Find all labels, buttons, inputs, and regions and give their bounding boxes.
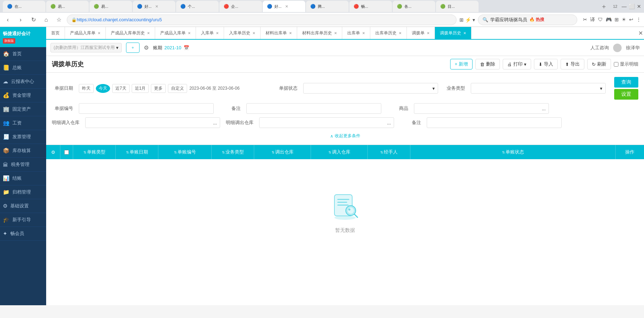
detail-out-input[interactable]: ...: [259, 117, 394, 128]
sidebar-item-tax[interactable]: 🏛 税务管理: [0, 158, 46, 172]
minimize-button[interactable]: —: [622, 4, 627, 9]
cut-icon[interactable]: ✂: [583, 17, 587, 23]
date-1month-btn[interactable]: 近1月: [132, 84, 149, 93]
support-label[interactable]: 人工咨询: [590, 45, 609, 51]
status-filter-select[interactable]: ▾: [303, 83, 438, 94]
table-header-type[interactable]: ⇅ 单账类型: [73, 145, 116, 159]
display-toggle-checkbox[interactable]: [614, 62, 618, 67]
detail-out-dots-icon[interactable]: ...: [387, 120, 391, 125]
dropdown-icon[interactable]: ▾: [473, 17, 475, 23]
app-tab-10[interactable]: 调拨单 ✕: [407, 27, 435, 39]
app-tab-close-2[interactable]: ✕: [147, 31, 150, 35]
table-header-gear[interactable]: ⚙: [46, 145, 60, 159]
app-tab-close-3[interactable]: ✕: [188, 31, 191, 35]
table-header-num[interactable]: ⇅ 单账编号: [158, 145, 212, 159]
app-tab-close-1[interactable]: ✕: [98, 31, 100, 35]
sidebar-item-close-accounts[interactable]: 📊 结账: [0, 172, 46, 185]
filter-settings-button[interactable]: 设置: [614, 89, 638, 100]
print-dropdown-icon[interactable]: ▾: [524, 62, 526, 67]
app-tab-2[interactable]: 产成品入库单历史 ✕: [106, 27, 155, 39]
app-tab-6[interactable]: 材料出库单 ✕: [261, 27, 297, 39]
table-header-handler[interactable]: ⇅ 经手人: [368, 145, 410, 159]
browser-tab-10[interactable]: 🟢 各...: [393, 1, 435, 12]
calendar-icon[interactable]: 📅: [184, 45, 189, 50]
import-button[interactable]: ⬇ 导入: [534, 59, 558, 69]
close-button[interactable]: ✕: [637, 4, 641, 9]
app-tab-9[interactable]: 出库单历史 ✕: [370, 27, 407, 39]
app-tab-4[interactable]: 入库单 ✕: [196, 27, 224, 39]
table-header-status[interactable]: ⇅ 单账状态: [410, 145, 616, 159]
app-tab-close-4[interactable]: ✕: [216, 31, 219, 35]
org-selector[interactable]: (勿删勿禁用）江西服宝测试专用 ▾: [50, 43, 122, 52]
game-icon[interactable]: 🎮: [606, 17, 612, 23]
menu-icon[interactable]: ⋮: [636, 17, 641, 23]
browser-tab-7[interactable]: 🔵 好... ✕: [263, 1, 305, 12]
goods-dots-icon[interactable]: ...: [542, 106, 546, 111]
sidebar-item-ledger[interactable]: 📒 总账: [0, 61, 46, 75]
sidebar-item-fund[interactable]: 💰 资金管理: [0, 89, 46, 102]
sidebar-item-archive[interactable]: 📁 归档管理: [0, 185, 46, 199]
sidebar-item-inventory[interactable]: 📦 库存核算: [0, 144, 46, 158]
maximize-button[interactable]: ⬜: [629, 4, 635, 9]
extensions-icon[interactable]: ⊞: [459, 17, 464, 23]
browser-tab-2[interactable]: 🟢 易...: [46, 1, 89, 12]
sidebar-item-member[interactable]: ✦ 畅会员: [0, 227, 46, 241]
browser-tab-3[interactable]: 🟢 易...: [89, 1, 132, 12]
app-tab-close-6[interactable]: ✕: [289, 31, 292, 35]
detail-in-input[interactable]: ...: [85, 117, 220, 128]
sidebar-item-cloud-report[interactable]: ☁ 云报表中心: [0, 75, 46, 89]
undo-icon[interactable]: ↩: [629, 17, 633, 23]
browser-tab-close-7[interactable]: ✕: [285, 4, 288, 9]
app-tab-close-8[interactable]: ✕: [362, 31, 365, 35]
settings-icon-top[interactable]: ⚙: [144, 44, 149, 51]
app-tab-7[interactable]: 材料出库单历史 ✕: [297, 27, 342, 39]
app-tab-11[interactable]: 调拨单历史 ✕: [435, 27, 471, 39]
print-button[interactable]: 🖨 打印 ▾: [503, 59, 531, 69]
browser-tab-1[interactable]: 🔵 在...: [3, 1, 45, 12]
filter-collapse-button[interactable]: ∧ 收起更多条件: [52, 132, 638, 140]
display-toggle[interactable]: 显示明细: [614, 61, 638, 67]
browser-tab-9[interactable]: 🔴 畅...: [349, 1, 392, 12]
app-tab-5[interactable]: 入库单历史 ✕: [224, 27, 261, 39]
sidebar-item-settings[interactable]: ⚙ 基础设置: [0, 199, 46, 213]
sidebar-item-fixed-asset[interactable]: 🏢 固定资产: [0, 102, 46, 116]
back-button[interactable]: ‹: [3, 15, 13, 25]
gear-column-icon[interactable]: ⚙: [51, 150, 55, 155]
browser-tab-5[interactable]: 🔵 个...: [176, 1, 219, 12]
detail-remark-input[interactable]: [427, 117, 562, 128]
refresh-button[interactable]: ↻ 刷新: [587, 59, 611, 69]
reload-button[interactable]: ↻: [28, 15, 38, 25]
brightness-icon[interactable]: ☀: [622, 17, 626, 23]
detail-in-dots-icon[interactable]: ...: [213, 120, 217, 125]
table-header-date[interactable]: ⇅ 单账日期: [116, 145, 158, 159]
search-bar[interactable]: 🔍 学霸应聘场驱鸟员 🔥 热搜: [478, 15, 577, 25]
doc-num-input[interactable]: [79, 103, 214, 114]
table-header-out-wh[interactable]: ⇅ 调出仓库: [254, 145, 311, 159]
new-button[interactable]: + 新增: [450, 59, 473, 69]
shield-icon[interactable]: 🛡: [598, 17, 603, 23]
new-browser-tab-button[interactable]: ＋: [599, 1, 609, 11]
bookmark-button[interactable]: ☆: [54, 15, 64, 25]
forward-button[interactable]: ›: [16, 15, 26, 25]
remark-input[interactable]: [246, 103, 381, 114]
sidebar-item-salary[interactable]: 👥 工资: [0, 116, 46, 130]
table-header-in-wh[interactable]: ⇅ 调入仓库: [311, 145, 368, 159]
url-bar[interactable]: 🔒 https://cloud.chanjet.com/accounting/u…: [67, 15, 457, 25]
select-all-checkbox[interactable]: [64, 150, 69, 155]
translate-icon[interactable]: 译: [590, 17, 595, 23]
app-tab-home[interactable]: 首页: [46, 27, 65, 39]
date-custom-btn[interactable]: 自定义: [168, 84, 187, 93]
app-tab-close-9[interactable]: ✕: [399, 31, 402, 35]
sidebar-item-guide[interactable]: 🎓 新手引导: [0, 213, 46, 227]
app-tab-close-7[interactable]: ✕: [334, 31, 337, 35]
goods-filter-input[interactable]: ...: [414, 103, 549, 114]
date-more-btn[interactable]: 更多: [151, 84, 166, 93]
browser-tab-8[interactable]: 🔵 腾...: [306, 1, 349, 12]
app-tab-close-11[interactable]: ✕: [463, 31, 466, 35]
export-button[interactable]: ⬆ 导出: [561, 59, 584, 69]
table-header-check[interactable]: [60, 145, 73, 159]
browser-tab-close-4[interactable]: ✕: [155, 4, 158, 9]
delete-button[interactable]: 🗑 删除: [475, 59, 500, 69]
browser-tab-4[interactable]: 🔵 好... ✕: [133, 1, 175, 12]
lightning-icon[interactable]: ⚡: [465, 17, 471, 23]
